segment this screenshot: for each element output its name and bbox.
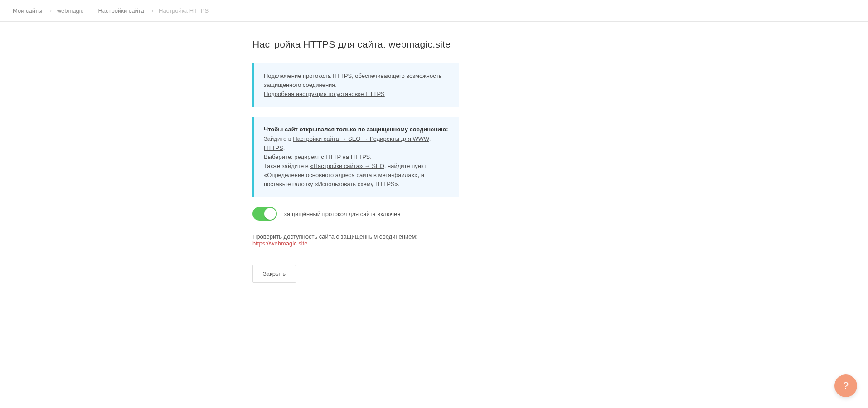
breadcrumb-site-settings[interactable]: Настройки сайта	[98, 7, 144, 14]
breadcrumb-sep: →	[88, 7, 94, 14]
breadcrumb-site-name[interactable]: webmagic	[57, 7, 84, 14]
check-prefix: Проверить доступность сайта с защищенным…	[252, 233, 417, 240]
info-redirect-line3-prefix: Также зайдите в	[264, 163, 310, 169]
toggle-knob	[264, 208, 276, 220]
breadcrumb-current: Настройка HTTPS	[159, 7, 209, 14]
info-redirect-heading: Чтобы сайт открывался только по защищенн…	[264, 126, 448, 133]
info-redirect-line1-suffix: .	[283, 144, 285, 151]
breadcrumb-my-sites[interactable]: Мои сайты	[13, 7, 42, 14]
info-box-redirect: Чтобы сайт открывался только по защищенн…	[252, 117, 459, 197]
close-button[interactable]: Закрыть	[252, 265, 296, 283]
info-redirect-line1-prefix: Зайдите в	[264, 135, 293, 142]
info-redirect-line2: Выберите: редирект с HTTP на HTTPS.	[264, 154, 372, 160]
main-content: Настройка HTTPS для сайта: webmagic.site…	[252, 39, 459, 283]
https-toggle[interactable]	[252, 207, 277, 221]
check-availability: Проверить доступность сайта с защищенным…	[252, 233, 459, 247]
page-title: Настройка HTTPS для сайта: webmagic.site	[252, 39, 459, 50]
info-intro-text: Подключение протокола HTTPS, обеспечиваю…	[264, 72, 441, 88]
info-box-intro: Подключение протокола HTTPS, обеспечиваю…	[252, 63, 459, 107]
https-toggle-label: защищённый протокол для сайта включен	[284, 211, 400, 217]
check-url-link[interactable]: https://webmagic.site	[252, 240, 307, 247]
breadcrumb: Мои сайты → webmagic → Настройки сайта →…	[0, 0, 868, 22]
info-intro-link[interactable]: Подробная инструкция по установке HTTPS	[264, 91, 385, 97]
https-toggle-row: защищённый протокол для сайта включен	[252, 207, 459, 221]
breadcrumb-sep: →	[47, 7, 53, 14]
breadcrumb-sep: →	[148, 7, 154, 14]
info-redirect-link2[interactable]: «Настройки сайта» → SEO	[310, 163, 384, 169]
